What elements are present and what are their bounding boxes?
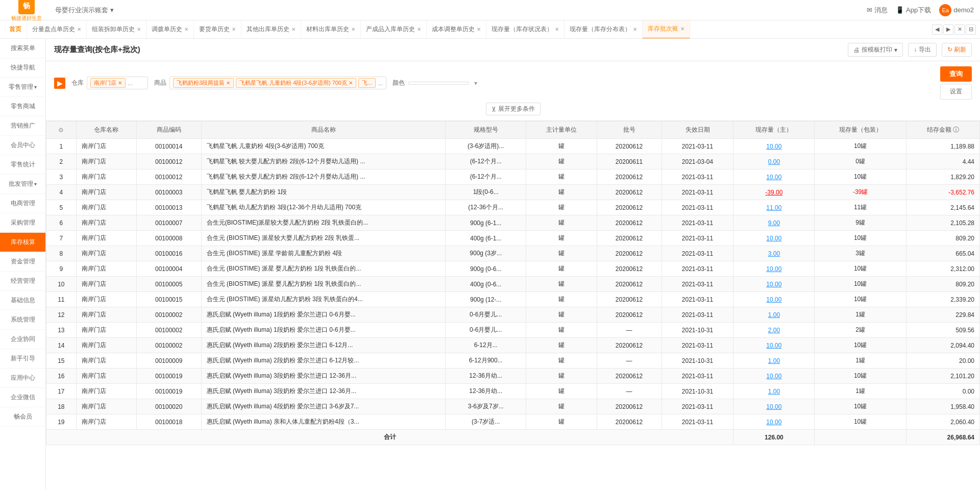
close-icon[interactable]: ✕	[137, 27, 141, 32]
sidebar-item-finance[interactable]: 资金管理	[0, 252, 45, 272]
sidebar-item-quick-nav[interactable]: 快捷导航	[0, 58, 45, 78]
sidebar-item-ecommerce[interactable]: 电商管理	[0, 194, 45, 213]
industry-selector[interactable]: 母婴行业演示账套 ▾	[55, 6, 114, 15]
close-icon[interactable]: ✕	[118, 80, 122, 86]
tab-home[interactable]: 首页	[4, 20, 27, 39]
tab-label: 调拨单历史	[152, 25, 182, 34]
row-qty-main[interactable]: 9.00	[733, 215, 815, 231]
sidebar-item-guide[interactable]: 新手引导	[0, 349, 45, 369]
sidebar-item-marketing[interactable]: 营销推广	[0, 116, 45, 136]
row-batch: 20200612	[597, 307, 662, 323]
close-icon[interactable]: ✕	[232, 27, 236, 32]
tab-prev-btn[interactable]: ◀	[932, 24, 942, 35]
row-qty-main[interactable]: 10.00	[733, 169, 815, 185]
close-icon[interactable]: ✕	[349, 80, 353, 86]
query-btn[interactable]: 查询	[940, 66, 972, 82]
sidebar-item-wholesale[interactable]: 批发管理 ▾	[0, 175, 45, 194]
sidebar-item-retail-stats[interactable]: 零售统计	[0, 155, 45, 175]
message-btn[interactable]: ✉ 消息	[867, 6, 888, 15]
row-qty-main[interactable]: -39.00	[733, 185, 815, 200]
refresh-btn[interactable]: ↻ 刷新	[942, 43, 972, 57]
sidebar-item-inventory[interactable]: 库存核算	[0, 233, 45, 252]
export-btn[interactable]: ↓ 导出	[908, 43, 936, 57]
close-icon[interactable]: ✕	[633, 27, 637, 32]
sidebar-item-vip[interactable]: 畅会员	[0, 407, 45, 427]
warehouse-filter-label: 仓库	[71, 79, 84, 87]
row-amount: 2,145.64	[906, 200, 979, 215]
close-icon[interactable]: ✕	[77, 27, 81, 32]
row-qty-main[interactable]: 0.00	[733, 154, 815, 169]
row-code: 00100008	[136, 231, 201, 246]
tab-close-btn[interactable]: ✕	[954, 24, 965, 35]
tab-2[interactable]: 组装拆卸单历史 ✕	[87, 20, 146, 39]
tab-9[interactable]: 现存量（库存状况表） ✕	[486, 20, 565, 39]
row-qty-main[interactable]: 1.00	[733, 353, 815, 369]
warehouse-tag-1[interactable]: 南岸门店 ✕	[90, 78, 126, 88]
sidebar-item-retail-store[interactable]: 零售商城	[0, 97, 45, 116]
sidebar-item-member[interactable]: 会员中心	[0, 136, 45, 155]
sidebar-item-basic-info[interactable]: 基础信息	[0, 291, 45, 310]
row-unit: 罐	[526, 231, 597, 246]
close-icon[interactable]: ✕	[184, 27, 188, 32]
close-icon[interactable]: ✕	[680, 26, 684, 32]
close-icon[interactable]: ✕	[291, 27, 296, 32]
tab-next-btn[interactable]: ▶	[943, 24, 953, 35]
row-qty-main[interactable]: 2.00	[733, 323, 815, 338]
tab-8[interactable]: 成本调整单历史 ✕	[427, 20, 486, 39]
row-qty-main[interactable]: 3.00	[733, 246, 815, 261]
color-tag-box[interactable]	[408, 82, 469, 85]
toggle-arrow-btn[interactable]: ▶	[54, 78, 65, 89]
tab-5[interactable]: 其他出库单历史 ✕	[241, 20, 301, 39]
row-qty-main[interactable]: 1.00	[733, 384, 815, 399]
sidebar-item-collab[interactable]: 企业协同	[0, 330, 45, 349]
close-icon[interactable]: ✕	[555, 27, 559, 32]
close-icon[interactable]: ✕	[417, 27, 421, 32]
row-qty-main[interactable]: 10.00	[733, 139, 815, 154]
row-qty-main[interactable]: 10.00	[733, 231, 815, 246]
tab-7[interactable]: 产成品入库单历史 ✕	[361, 20, 427, 39]
sidebar-item-purchase[interactable]: 采购管理	[0, 213, 45, 233]
product-tag-2[interactable]: 飞鹤星飞帆 儿童奶粉 4段(3-6岁适用) 700克 ✕	[236, 78, 356, 88]
row-qty-main[interactable]: 10.00	[733, 369, 815, 384]
product-tag-3[interactable]: 飞...	[358, 78, 376, 88]
row-qty-main[interactable]: 10.00	[733, 277, 815, 292]
row-qty-main[interactable]: 10.00	[733, 399, 815, 414]
close-icon[interactable]: ✕	[477, 27, 481, 32]
tab-6[interactable]: 材料出库单历史 ✕	[301, 20, 361, 39]
row-batch: 20200612	[597, 185, 662, 200]
row-qty-main[interactable]: 11.00	[733, 200, 815, 215]
row-qty-main[interactable]: 1.00	[733, 307, 815, 323]
row-qty-main[interactable]: 10.00	[733, 338, 815, 353]
settings-icon[interactable]: ⚙	[58, 127, 64, 134]
row-qty-main[interactable]: 10.00	[733, 414, 815, 430]
row-qty-main[interactable]: 10.00	[733, 261, 815, 277]
col-settings[interactable]: ⚙	[46, 121, 77, 139]
sidebar-item-wechat[interactable]: 企业微信	[0, 388, 45, 407]
row-warehouse: 南岸门店	[76, 261, 136, 277]
sidebar-item-system[interactable]: 系统管理	[0, 310, 45, 330]
tab-3[interactable]: 调拨单历史 ✕	[146, 20, 194, 39]
setting-btn[interactable]: 设置	[940, 84, 972, 100]
row-spec: 900g (12-...	[446, 292, 526, 307]
sidebar-item-search[interactable]: 搜索英单	[0, 39, 45, 58]
sidebar-item-operation[interactable]: 经营管理	[0, 272, 45, 291]
tab-10[interactable]: 现存量（库存分布表） ✕	[565, 20, 643, 39]
template-print-btn[interactable]: 🖨 按模板打印 ▾	[848, 43, 903, 57]
product-tag-1[interactable]: 飞鹤奶粉3段两提装 ✕	[173, 78, 234, 88]
tab-menu-btn[interactable]: ⊟	[966, 24, 976, 35]
expand-filter-btn[interactable]: ⊻ 展开更多条件	[486, 103, 541, 115]
tab-active[interactable]: 库存批次账 ✕	[643, 20, 690, 39]
sidebar-item-app-center[interactable]: 应用中心	[0, 369, 45, 388]
close-icon[interactable]: ✕	[226, 80, 230, 86]
tab-4[interactable]: 要货单历史 ✕	[194, 20, 241, 39]
footer-label: 合计	[46, 430, 733, 445]
tab-1[interactable]: 分量盘点单历史 ✕	[27, 20, 87, 39]
user-avatar[interactable]: Ea demo2	[939, 4, 974, 16]
app-download-btn[interactable]: 📱 App下载	[896, 6, 931, 15]
close-icon[interactable]: ✕	[351, 27, 355, 32]
sidebar-item-retail-mgmt[interactable]: 零售管理 ▾	[0, 78, 45, 97]
product-tag-box[interactable]: 飞鹤奶粉3段两提装 ✕ 飞鹤星飞帆 儿童奶粉 4段(3-6岁适用) 700克 ✕…	[169, 77, 386, 89]
warehouse-tag-box[interactable]: 南岸门店 ✕ ...	[87, 77, 148, 89]
message-icon: ✉	[867, 6, 872, 14]
row-qty-main[interactable]: 10.00	[733, 292, 815, 307]
